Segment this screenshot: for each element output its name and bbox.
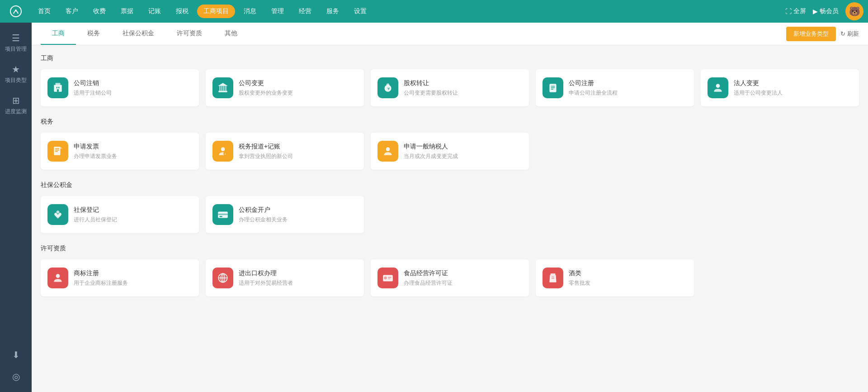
nav-item-消息[interactable]: 消息 (237, 5, 263, 18)
svg-rect-6 (57, 89, 59, 91)
service-card[interactable]: 申请发票办理申请发票业务 (41, 133, 199, 170)
nav-item-收费[interactable]: 收费 (87, 5, 112, 18)
card-icon: + (212, 141, 233, 162)
sidebar-icon: ☰ (12, 33, 20, 43)
nav-right: ⛶ 全屏 ▶ 畅会员 🐻 (785, 2, 863, 20)
service-card[interactable]: 社保登记进行人员社保登记 (41, 196, 199, 233)
sidebar-item-项目类型[interactable]: ★项目类型 (0, 58, 32, 90)
tab-税务[interactable]: 税务 (76, 23, 111, 45)
service-card[interactable]: 公司注销适用于注销公司 (41, 69, 199, 106)
service-card[interactable]: 食品经营许可证办理食品经营许可证 (371, 259, 529, 296)
nav-item-记账[interactable]: 记账 (142, 5, 167, 18)
card-icon (377, 268, 398, 288)
service-card[interactable]: 进出口权办理适用于对外贸易经营者 (206, 259, 364, 296)
nav-item-首页[interactable]: 首页 (32, 5, 57, 18)
card-name: 税务报道+记账 (239, 143, 357, 151)
card-info: 食品经营许可证办理食品经营许可证 (404, 269, 522, 287)
svg-rect-44 (552, 277, 555, 277)
svg-text:+: + (224, 153, 226, 156)
sidebar-item-进度监测[interactable]: ⊞进度监测 (0, 90, 32, 121)
card-desc: 拿到营业执照的新公司 (239, 153, 357, 160)
cards-grid: 商标注册用于企业商标注册服务进出口权办理适用于对外贸易经营者食品经营许可证办理食… (41, 259, 859, 296)
svg-rect-8 (219, 86, 220, 91)
service-card[interactable]: 法人变更适用于公司变更法人 (701, 69, 859, 106)
service-card[interactable]: 申请一般纳税人当月或次月成变更完成 (371, 133, 529, 170)
section-title: 税务 (41, 118, 859, 126)
refresh-label: 刷新 (847, 30, 859, 38)
service-card[interactable]: 公积金开户办理公积金相关业务 (206, 196, 364, 233)
card-name: 公司变更 (239, 79, 357, 87)
svg-rect-11 (225, 86, 226, 91)
nav-item-服务[interactable]: 服务 (320, 5, 345, 18)
refresh-button[interactable]: ↻ 刷新 (840, 30, 859, 38)
fullscreen-button[interactable]: ⛶ 全屏 (785, 7, 806, 15)
card-info: 社保登记进行人员社保登记 (74, 206, 192, 224)
card-info: 公司注册申请公司注册全流程 (569, 79, 687, 97)
nav-item-设置[interactable]: 设置 (348, 5, 373, 18)
card-icon: ￥ (377, 77, 398, 98)
sidebar-bottom-item[interactable]: ⬇ (0, 344, 32, 366)
card-name: 法人变更 (734, 79, 852, 87)
card-desc: 股权变更外的业务变更 (239, 89, 357, 97)
sidebar-item-项目管理[interactable]: ☰项目管理 (0, 27, 32, 58)
card-icon (708, 77, 728, 98)
sidebar: ☰项目管理★项目类型⊞进度监测⬇◎ (0, 23, 32, 392)
sidebar-icon: ⊞ (12, 95, 20, 106)
card-icon (212, 204, 233, 225)
card-desc: 办理食品经营许可证 (404, 279, 522, 287)
nav-item-经营[interactable]: 经营 (292, 5, 318, 18)
card-icon (212, 77, 233, 98)
service-card[interactable]: 商标注册用于企业商标注册服务 (41, 259, 199, 296)
service-card[interactable]: 酒类零售批发 (536, 259, 694, 296)
nav-item-客户[interactable]: 客户 (59, 5, 85, 18)
svg-rect-10 (223, 86, 224, 91)
card-desc: 当月或次月成变更完成 (404, 153, 522, 160)
scroll-content[interactable]: 工商公司注销适用于注销公司公司变更股权变更外的业务变更￥股权转让公司变更需要股权… (32, 45, 868, 392)
section-工商: 工商公司注销适用于注销公司公司变更股权变更外的业务变更￥股权转让公司变更需要股权… (41, 54, 859, 106)
section-title: 工商 (41, 54, 859, 62)
sidebar-bottom-item[interactable]: ◎ (0, 366, 32, 387)
svg-rect-19 (551, 89, 553, 90)
tab-工商[interactable]: 工商 (41, 23, 76, 45)
svg-point-20 (716, 84, 720, 88)
card-info: 股权转让公司变更需要股权转让 (404, 79, 522, 97)
svg-rect-18 (551, 87, 555, 88)
tab-其他[interactable]: 其他 (213, 23, 249, 45)
nav-item-票据[interactable]: 票据 (114, 5, 140, 18)
svg-rect-3 (56, 83, 61, 85)
card-info: 公积金开户办理公积金相关业务 (239, 206, 357, 224)
svg-marker-12 (218, 83, 228, 86)
card-name: 进出口权办理 (239, 269, 357, 277)
card-name: 酒类 (569, 269, 687, 277)
sidebar-icon: ★ (12, 64, 20, 75)
card-info: 申请一般纳税人当月或次月成变更完成 (404, 143, 522, 160)
svg-point-40 (384, 277, 387, 280)
tab-bar: 工商税务社保公积金许可资质其他 新增业务类型 ↻ 刷新 (32, 23, 868, 45)
svg-rect-42 (388, 278, 390, 279)
cards-grid: 社保登记进行人员社保登记公积金开户办理公积金相关业务 (41, 196, 859, 233)
service-card[interactable]: +税务报道+记账拿到营业执照的新公司 (206, 133, 364, 170)
svg-rect-9 (222, 86, 222, 91)
service-card[interactable]: 公司变更股权变更外的业务变更 (206, 69, 364, 106)
svg-text:￥: ￥ (387, 86, 391, 91)
card-icon (377, 141, 398, 162)
nav-item-管理[interactable]: 管理 (265, 5, 290, 18)
nav-item-工商项目[interactable]: 工商项目 (197, 5, 235, 18)
add-business-type-button[interactable]: 新增业务类型 (786, 27, 836, 41)
tab-社保公积金[interactable]: 社保公积金 (111, 23, 165, 45)
card-name: 食品经营许可证 (404, 269, 522, 277)
vip-button[interactable]: ▶ 畅会员 (813, 7, 839, 15)
nav-items: 首页客户收费票据记账报税工商项目消息管理经营服务设置 (32, 5, 785, 18)
tab-许可资质[interactable]: 许可资质 (165, 23, 213, 45)
svg-point-26 (221, 147, 225, 151)
svg-rect-5 (58, 87, 59, 88)
svg-rect-4 (57, 87, 57, 88)
svg-rect-43 (551, 273, 556, 275)
sidebar-label: 进度监测 (5, 108, 27, 115)
card-name: 商标注册 (74, 269, 192, 277)
nav-item-报税[interactable]: 报税 (170, 5, 195, 18)
service-card[interactable]: 公司注册申请公司注册全流程 (536, 69, 694, 106)
svg-point-15 (387, 83, 390, 86)
service-card[interactable]: ￥股权转让公司变更需要股权转让 (371, 69, 529, 106)
section-社保公积金: 社保公积金社保登记进行人员社保登记公积金开户办理公积金相关业务 (41, 181, 859, 233)
